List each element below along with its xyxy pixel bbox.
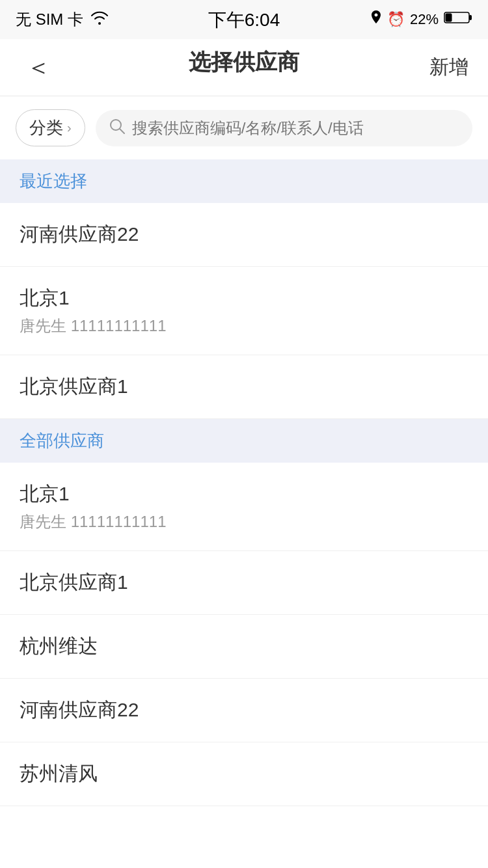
svg-rect-2 <box>446 14 452 22</box>
item-name: 苏州清风 <box>20 761 468 787</box>
filter-bar: 分类 › <box>0 96 488 159</box>
search-icon <box>109 118 126 139</box>
list-item[interactable]: 北京1唐先生 11111111111 <box>0 267 488 355</box>
item-name: 北京供应商1 <box>20 373 468 400</box>
carrier-text: 无 SIM 卡 <box>16 9 83 30</box>
list-item[interactable]: 北京供应商1 <box>0 355 488 419</box>
svg-line-4 <box>120 129 124 133</box>
all-section-title: 全部供应商 <box>20 431 104 450</box>
chevron-right-icon: › <box>67 120 72 135</box>
battery-icon <box>444 10 472 29</box>
battery-text: 22% <box>410 11 439 28</box>
item-sub: 唐先生 11111111111 <box>20 511 468 532</box>
alarm-icon: ⏰ <box>387 11 405 28</box>
list-item[interactable]: 苏州清风 <box>0 742 488 806</box>
category-button[interactable]: 分类 › <box>16 109 85 146</box>
all-list: 北京1唐先生 11111111111北京供应商1杭州维达河南供应商22苏州清风 <box>0 463 488 806</box>
wifi-icon <box>90 10 109 29</box>
list-item[interactable]: 北京1唐先生 11111111111 <box>0 463 488 551</box>
back-button[interactable]: ＜ <box>20 44 57 90</box>
item-name: 河南供应商22 <box>20 221 468 248</box>
category-label: 分类 <box>29 116 63 139</box>
nav-bar: ＜ 选择供应商 新增 <box>0 39 488 96</box>
item-name: 河南供应商22 <box>20 697 468 724</box>
item-name: 杭州维达 <box>20 633 468 660</box>
page-title: 选择供应商 <box>189 47 299 77</box>
item-name: 北京1 <box>20 481 468 508</box>
recent-section-header: 最近选择 <box>0 159 488 203</box>
location-icon <box>370 10 382 29</box>
add-button[interactable]: 新增 <box>429 54 468 81</box>
search-input[interactable] <box>132 119 459 137</box>
list-item[interactable]: 北京供应商1 <box>0 551 488 615</box>
status-right: ⏰ 22% <box>370 10 472 29</box>
list-item[interactable]: 河南供应商22 <box>0 679 488 742</box>
item-sub: 唐先生 11111111111 <box>20 316 468 336</box>
status-left: 无 SIM 卡 <box>16 9 109 30</box>
list-item[interactable]: 河南供应商22 <box>0 203 488 267</box>
list-item[interactable]: 杭州维达 <box>0 615 488 679</box>
recent-list: 河南供应商22北京1唐先生 11111111111北京供应商1 <box>0 203 488 419</box>
item-name: 北京供应商1 <box>20 569 468 596</box>
status-time: 下午6:04 <box>208 8 280 33</box>
item-name: 北京1 <box>20 285 468 312</box>
recent-section-title: 最近选择 <box>20 171 87 191</box>
search-bar <box>96 110 472 146</box>
status-bar: 无 SIM 卡 下午6:04 ⏰ 22% <box>0 0 488 39</box>
all-section-header: 全部供应商 <box>0 419 488 463</box>
svg-rect-1 <box>469 15 472 20</box>
